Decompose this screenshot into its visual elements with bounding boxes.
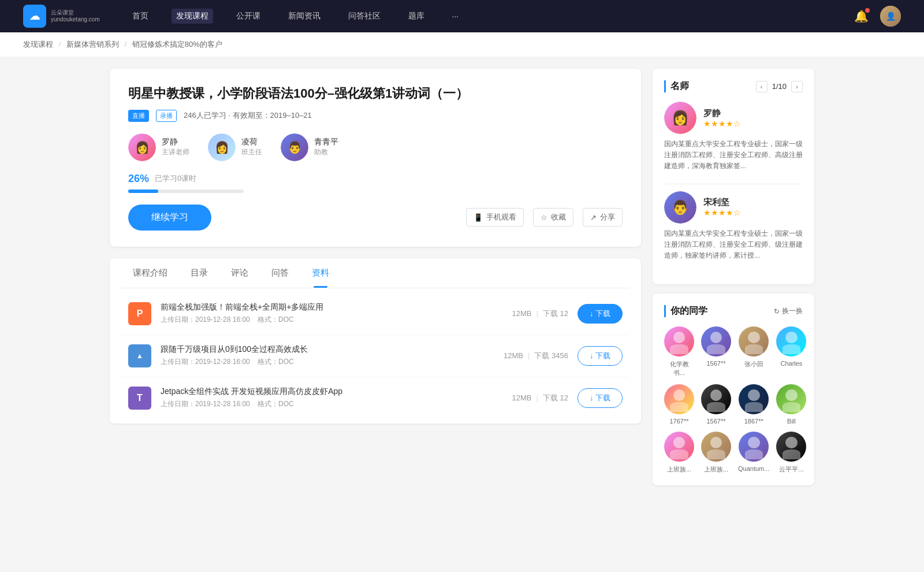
classmate-1-avatar[interactable]	[664, 326, 694, 356]
nav-news[interactable]: 新闻资讯	[284, 9, 325, 24]
classmate-11-avatar[interactable]	[739, 432, 769, 462]
teacher-1-role: 主讲老师	[162, 147, 189, 157]
classmate-1: 化学教书...	[664, 326, 694, 377]
nav-qa[interactable]: 问答社区	[344, 9, 385, 24]
file-info-2: 跟随千万级项目从0到100全过程高效成长 上传日期：2019-12-28 16:…	[161, 344, 494, 367]
left-content: 明星中教授课，小学阶段语法100分–强化级第1讲动词（一） 直播 录播 246人…	[110, 69, 641, 495]
tab-qa[interactable]: 问答	[260, 258, 300, 288]
classmate-12: 云平平...	[776, 432, 806, 474]
tab-resource[interactable]: 资料	[300, 258, 341, 288]
teachers-card-header: 名师 ‹ 1/10 ›	[664, 80, 803, 92]
classmate-8-avatar[interactable]	[776, 384, 806, 414]
file-stats-3: 12MB | 下载 12	[512, 393, 568, 403]
file-sub-1: 上传日期：2019-12-28 16:00 格式：DOC	[161, 315, 502, 325]
sidebar-teacher-2: 👨 宋利坚 ★★★★☆ 国内某重点大学安全工程专业硕士，国家一级注册消防工程师、…	[664, 191, 803, 262]
course-card: 明星中教授课，小学阶段语法100分–强化级第1讲动词（一） 直播 录播 246人…	[110, 69, 641, 247]
file-name-3: Jetpack全组件实战 开发短视频应用高仿皮皮虾App	[161, 387, 502, 397]
breadcrumb-discover[interactable]: 发现课程	[23, 40, 53, 49]
classmate-10-avatar[interactable]	[701, 432, 731, 462]
right-sidebar: 名师 ‹ 1/10 › 👩 罗静 ★★★★☆	[653, 69, 814, 495]
actions-row: 继续学习 📱 手机观看 ☆ 收藏 ↗ 分享	[128, 205, 623, 231]
classmate-7-avatar[interactable]	[739, 384, 769, 414]
teacher-divider	[664, 184, 803, 184]
teacher-3: 👨 青青平 助教	[281, 133, 338, 161]
sidebar-teacher-2-top: 👨 宋利坚 ★★★★☆	[664, 191, 803, 224]
classmate-9-avatar[interactable]	[664, 432, 694, 462]
file-list: P 前端全栈加强版！前端全栈+全周期+多端应用 上传日期：2019-12-28 …	[121, 288, 629, 424]
refresh-btn[interactable]: ↻ 换一换	[774, 306, 803, 316]
user-avatar[interactable]: 👤	[880, 6, 901, 27]
nav-public[interactable]: 公开课	[232, 9, 265, 24]
classmate-10: 上班族...	[701, 432, 731, 474]
teachers-card: 名师 ‹ 1/10 › 👩 罗静 ★★★★☆	[653, 69, 814, 284]
continue-button[interactable]: 继续学习	[128, 205, 211, 231]
tab-catalog[interactable]: 目录	[179, 258, 219, 288]
sidebar-teacher-1: 👩 罗静 ★★★★☆ 国内某重点大学安全工程专业硕士，国家一级注册消防工程师、注…	[664, 102, 803, 172]
sidebar-teacher-1-avatar: 👩	[664, 102, 696, 134]
teacher-3-role: 助教	[314, 147, 338, 157]
file-item-3: T Jetpack全组件实战 开发短视频应用高仿皮皮虾App 上传日期：2019…	[121, 377, 629, 419]
file-info-1: 前端全栈加强版！前端全栈+全周期+多端应用 上传日期：2019-12-28 16…	[161, 302, 502, 325]
logo-icon: ☁	[23, 5, 46, 28]
classmates-title: 你的同学	[664, 305, 707, 317]
tab-intro[interactable]: 课程介绍	[121, 258, 179, 288]
download-btn-2[interactable]: ↓ 下载	[578, 346, 623, 366]
prev-page-btn[interactable]: ‹	[756, 81, 767, 92]
breadcrumb-series[interactable]: 新媒体营销系列	[66, 40, 119, 49]
classmate-4-name: Charles	[780, 360, 802, 367]
refresh-icon: ↻	[774, 307, 780, 315]
classmate-5-name: 1767**	[669, 418, 688, 425]
nav-discover[interactable]: 发现课程	[172, 9, 213, 24]
collect-label: 收藏	[551, 212, 566, 222]
progress-sublabel: 已学习0课时	[155, 173, 196, 184]
page-current: 1/10	[770, 82, 789, 91]
progress-pct: 26%	[128, 173, 149, 185]
classmate-3-avatar[interactable]	[739, 326, 769, 356]
collect-btn[interactable]: ☆ 收藏	[533, 208, 573, 226]
classmate-6-avatar[interactable]	[701, 384, 731, 414]
logo[interactable]: ☁ 云朵课堂 yundouketang.com	[23, 5, 100, 28]
classmate-6-name: 1567**	[706, 418, 725, 425]
navbar-right: 🔔 👤	[854, 6, 901, 27]
breadcrumb-sep2: /	[125, 40, 127, 49]
course-meta: 直播 录播 246人已学习 · 有效期至：2019–10–21	[128, 110, 623, 122]
share-btn[interactable]: ↗ 分享	[583, 208, 623, 226]
classmate-12-avatar[interactable]	[776, 432, 806, 462]
phone-watch-btn[interactable]: 📱 手机观看	[466, 208, 524, 226]
download-btn-3[interactable]: ↓ 下载	[578, 388, 623, 408]
teacher-3-info: 青青平 助教	[314, 137, 338, 157]
sidebar-teacher-2-stars: ★★★★☆	[703, 208, 741, 217]
teachers-row: 👩 罗静 主讲老师 👩 凌荷 班主任	[128, 133, 623, 161]
teacher-1: 👩 罗静 主讲老师	[128, 133, 189, 161]
file-name-2: 跟随千万级项目从0到100全过程高效成长	[161, 344, 494, 355]
main-container: 明星中教授课，小学阶段语法100分–强化级第1讲动词（一） 直播 录播 246人…	[87, 57, 837, 506]
teachers-card-title: 名师	[664, 80, 689, 92]
nav-quiz[interactable]: 题库	[404, 9, 429, 24]
share-icon: ↗	[590, 213, 597, 222]
share-label: 分享	[600, 212, 615, 222]
classmate-4-avatar[interactable]	[776, 326, 806, 356]
pagination: ‹ 1/10 ›	[756, 81, 803, 92]
classmate-2-avatar[interactable]	[701, 326, 731, 356]
tab-review[interactable]: 评论	[219, 258, 260, 288]
logo-text: 云朵课堂 yundouketang.com	[51, 9, 100, 23]
breadcrumb-current: 销冠修炼术搞定80%的客户	[132, 40, 222, 49]
classmate-10-name: 上班族...	[704, 465, 728, 474]
classmate-5-avatar[interactable]	[664, 384, 694, 414]
sidebar-teacher-2-details: 宋利坚 ★★★★☆	[703, 197, 741, 217]
star-icon: ☆	[541, 213, 547, 222]
nav-home[interactable]: 首页	[128, 9, 153, 24]
file-size-3: 12MB	[512, 393, 531, 402]
classmate-2: 1567**	[701, 326, 731, 377]
next-page-btn[interactable]: ›	[791, 81, 803, 92]
classmate-9-name: 上班族...	[667, 465, 691, 474]
notification-bell[interactable]: 🔔	[854, 9, 869, 23]
download-btn-1[interactable]: ↓ 下载	[578, 304, 623, 324]
sidebar-teacher-1-details: 罗静 ★★★★☆	[703, 108, 741, 128]
classmate-3-name: 张小田	[744, 360, 763, 369]
classmates-header: 你的同学 ↻ 换一换	[664, 305, 803, 317]
file-sub-2: 上传日期：2019-12-28 16:00 格式：DOC	[161, 357, 494, 367]
nav-more[interactable]: ···	[448, 9, 464, 23]
classmate-3: 张小田	[738, 326, 769, 377]
teacher-1-avatar: 👩	[128, 133, 156, 161]
